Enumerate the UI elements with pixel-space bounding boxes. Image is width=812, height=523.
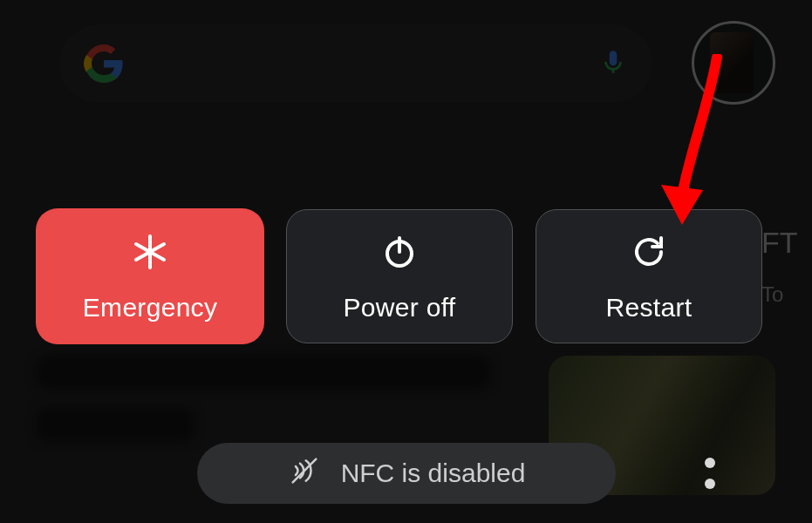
restart-label: Restart bbox=[606, 293, 693, 323]
nfc-status-pill[interactable]: NFC is disabled bbox=[197, 443, 616, 504]
feed-card-title-fragment: FT bbox=[761, 226, 798, 259]
feed-headline-blurred bbox=[37, 356, 490, 452]
dot-icon bbox=[705, 479, 715, 489]
more-options-button[interactable] bbox=[688, 448, 732, 499]
restart-icon bbox=[628, 231, 670, 279]
power-menu: Emergency Power off Restart bbox=[37, 209, 762, 343]
nfc-status-text: NFC is disabled bbox=[341, 458, 526, 488]
mic-icon bbox=[598, 47, 628, 80]
emergency-button[interactable]: Emergency bbox=[37, 209, 263, 343]
medical-asterisk-icon bbox=[129, 231, 171, 279]
power-off-label: Power off bbox=[344, 293, 456, 323]
dot-icon bbox=[705, 458, 715, 468]
svg-line-6 bbox=[292, 458, 316, 482]
feed-card-partial: FT To bbox=[761, 223, 805, 314]
user-avatar bbox=[692, 21, 775, 105]
google-search-bar bbox=[59, 24, 652, 103]
power-off-button[interactable]: Power off bbox=[286, 209, 513, 343]
power-icon bbox=[379, 231, 420, 279]
restart-button[interactable]: Restart bbox=[536, 209, 762, 343]
emergency-label: Emergency bbox=[83, 293, 217, 323]
nfc-disabled-icon bbox=[287, 453, 322, 494]
google-logo-icon bbox=[84, 44, 124, 84]
feed-card-sub-fragment: To bbox=[761, 275, 805, 314]
